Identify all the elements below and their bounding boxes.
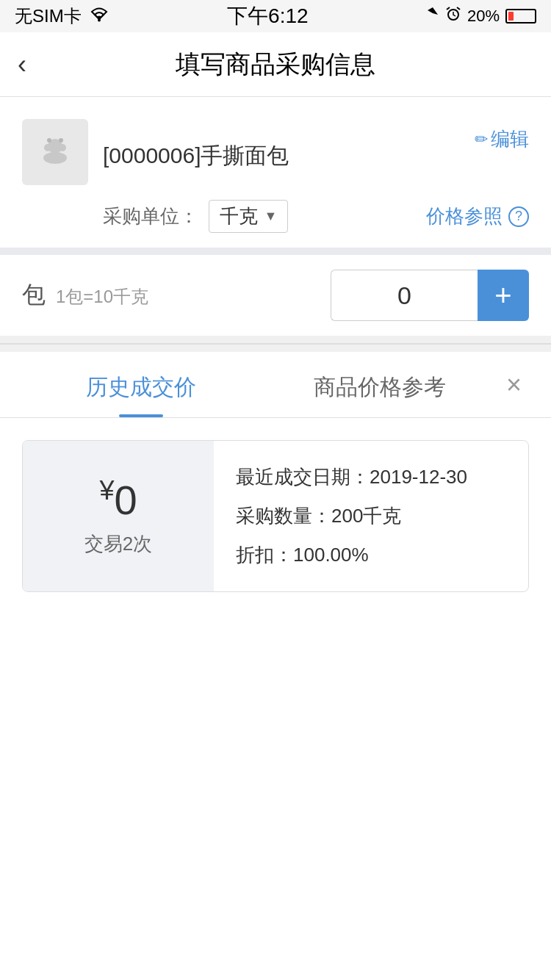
carrier-text: 无SIM卡 xyxy=(15,4,82,28)
product-header: [0000006]手撕面包 ✏ 编辑 xyxy=(22,119,529,185)
quantity-input-group: + xyxy=(331,270,529,321)
discount-value: 100.00% xyxy=(293,544,369,566)
history-price: ¥0 xyxy=(99,475,137,524)
edit-icon: ✏ xyxy=(475,130,488,149)
svg-point-0 xyxy=(98,19,101,22)
card-details-section: 最近成交日期：2019-12-30 采购数量：200千克 折扣：100.00% xyxy=(214,441,528,591)
unit-select-group: 采购单位： 千克 ▼ xyxy=(22,200,288,233)
tab-content-history: ¥0 交易2次 最近成交日期：2019-12-30 采购数量：200千克 折扣：… xyxy=(0,418,551,614)
product-left: [0000006]手撕面包 xyxy=(22,119,289,185)
quantity-input[interactable] xyxy=(331,270,478,321)
quantity-section: 包 1包=10千克 + xyxy=(0,255,551,336)
panel-separator xyxy=(0,343,551,345)
price-ref-label: 价格参照 xyxy=(426,203,503,229)
quantity-conversion: 1包=10千克 xyxy=(56,285,148,309)
status-bar: 无SIM卡 下午6:12 20% xyxy=(0,0,551,32)
quantity-unit: 包 xyxy=(22,279,46,311)
page-title: 填写商品采购信息 xyxy=(176,48,375,82)
product-unit-row: 采购单位： 千克 ▼ 价格参照 ? xyxy=(22,200,529,233)
trade-count: 交易2次 xyxy=(84,531,152,557)
status-right: 20% xyxy=(426,6,536,26)
alarm-icon xyxy=(445,6,461,26)
battery-percent: 20% xyxy=(467,7,500,26)
latest-date-row: 最近成交日期：2019-12-30 xyxy=(236,463,506,491)
unit-value: 千克 xyxy=(220,203,258,229)
svg-point-3 xyxy=(44,144,51,151)
product-id-name: [0000006]手撕面包 xyxy=(103,134,289,171)
discount-label: 折扣： xyxy=(236,544,293,566)
price-value: 0 xyxy=(114,477,137,523)
tab-history-price[interactable]: 历史成交价 xyxy=(22,352,260,417)
purchase-qty-row: 采购数量：200千克 xyxy=(236,502,506,530)
svg-point-7 xyxy=(59,138,63,143)
svg-point-6 xyxy=(47,138,51,143)
status-time: 下午6:12 xyxy=(227,2,309,30)
svg-point-4 xyxy=(59,144,66,151)
purchase-qty-label: 采购数量： xyxy=(236,505,331,527)
edit-label: 编辑 xyxy=(491,126,529,152)
discount-row: 折扣：100.00% xyxy=(236,541,506,569)
status-left: 无SIM卡 xyxy=(15,4,109,28)
info-circle-icon: ? xyxy=(508,206,529,227)
history-card: ¥0 交易2次 最近成交日期：2019-12-30 采购数量：200千克 折扣：… xyxy=(22,440,529,592)
purchase-qty-value: 200千克 xyxy=(331,505,401,527)
tabs-header: 历史成交价 商品价格参考 × xyxy=(0,352,551,418)
product-section: [0000006]手撕面包 ✏ 编辑 采购单位： 千克 ▼ 价格参照 ? xyxy=(0,97,551,248)
location-icon xyxy=(426,6,439,26)
back-button[interactable]: ‹ xyxy=(18,49,26,80)
tab-product-label: 商品价格参考 xyxy=(314,375,446,399)
card-price-section: ¥0 交易2次 xyxy=(23,441,214,591)
nav-bar: ‹ 填写商品采购信息 xyxy=(0,32,551,97)
white-space xyxy=(0,614,551,980)
tab-history-label: 历史成交价 xyxy=(86,375,196,399)
svg-point-5 xyxy=(43,152,67,164)
latest-date-label: 最近成交日期： xyxy=(236,466,370,488)
wifi-icon xyxy=(89,6,109,26)
tab-product-price[interactable]: 商品价格参考 xyxy=(260,352,498,417)
latest-date-value: 2019-12-30 xyxy=(370,466,467,488)
unit-label: 采购单位： xyxy=(103,205,198,227)
edit-button[interactable]: ✏ 编辑 xyxy=(475,119,529,152)
price-reference-button[interactable]: 价格参照 ? xyxy=(426,203,529,229)
section-separator xyxy=(0,248,551,255)
currency-symbol: ¥ xyxy=(99,475,114,505)
product-thumbnail xyxy=(22,119,88,185)
quantity-plus-button[interactable]: + xyxy=(478,270,529,321)
unit-dropdown[interactable]: 千克 ▼ xyxy=(209,200,288,233)
battery-icon xyxy=(505,9,536,24)
dropdown-arrow-icon: ▼ xyxy=(264,209,277,224)
quantity-label-group: 包 1包=10千克 xyxy=(22,279,148,311)
tab-close-button[interactable]: × xyxy=(499,362,529,408)
tabs-section: 历史成交价 商品价格参考 × ¥0 交易2次 最近成交日期：2019-12-30… xyxy=(0,352,551,614)
